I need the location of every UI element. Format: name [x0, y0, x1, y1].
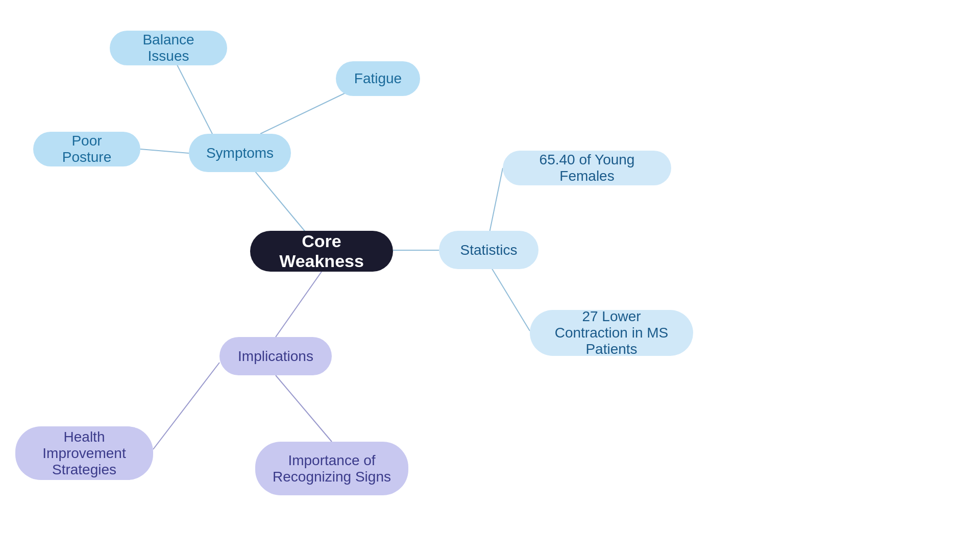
fatigue-node: Fatigue — [336, 61, 420, 96]
svg-line-5 — [488, 168, 503, 237]
svg-line-6 — [488, 263, 530, 331]
recognizing-signs-node: Importance of Recognizing Signs — [255, 442, 408, 495]
symptoms-node: Symptoms — [189, 134, 291, 172]
svg-line-9 — [276, 375, 332, 442]
health-improvement-node: Health Improvement Strategies — [15, 426, 153, 480]
svg-line-7 — [276, 272, 322, 337]
svg-line-8 — [153, 363, 219, 449]
young-females-node: 65.40 of Young Females — [503, 151, 671, 185]
balance-issues-node: Balance Issues — [110, 31, 227, 65]
poor-posture-node: Poor Posture — [33, 132, 140, 166]
ms-patients-node: 27 Lower Contraction in MS Patients — [530, 310, 693, 356]
center-node: Core Weakness — [250, 231, 393, 272]
svg-line-3 — [140, 149, 189, 153]
implications-node: Implications — [219, 337, 332, 375]
statistics-node: Statistics — [439, 231, 538, 269]
